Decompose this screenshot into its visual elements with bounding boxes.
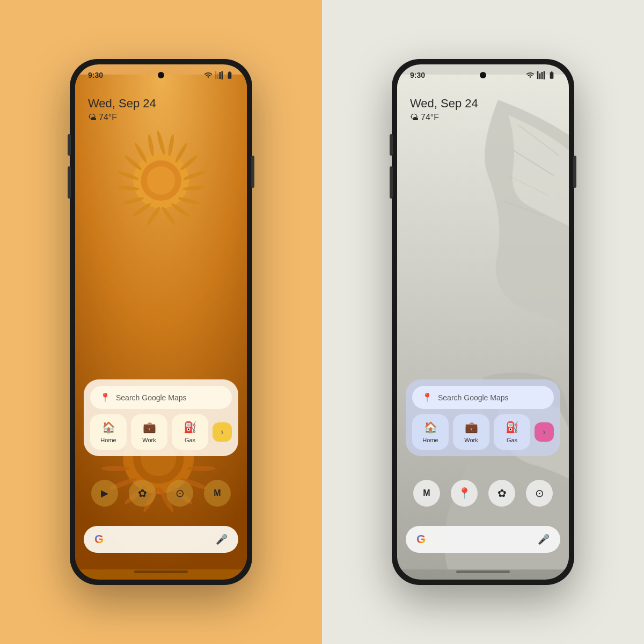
status-icons-cool bbox=[526, 71, 556, 79]
weather-warm: 🌤 74°F bbox=[88, 113, 234, 122]
maps-widget-cool: 📍 Search Google Maps 🏠 Home 💼 Work ⛽ Gas bbox=[406, 379, 560, 456]
maps-search-text-cool: Search Google Maps bbox=[438, 393, 509, 402]
svg-point-34 bbox=[101, 466, 130, 471]
work-label-warm: Work bbox=[142, 437, 156, 443]
volume-up-button-cool bbox=[390, 134, 393, 156]
power-button bbox=[251, 156, 254, 188]
battery-icon-warm bbox=[225, 71, 234, 79]
home-indicator-warm bbox=[134, 570, 188, 573]
maps-pin-icon-warm: 📍 bbox=[100, 392, 111, 402]
volume-down-button-cool bbox=[390, 166, 393, 199]
dest-work-cool[interactable]: 💼 Work bbox=[453, 414, 489, 450]
status-time-warm: 9:30 bbox=[88, 71, 103, 79]
mic-icon-cool[interactable]: 🎤 bbox=[538, 533, 550, 545]
phone-screen-warm: 9:30 Wed, Sep 24 🌤 74°F 📍 Se bbox=[75, 64, 247, 580]
phone-screen-cool: 9:30 Wed, Sep 24 🌤 74°F 📍 Se bbox=[397, 64, 569, 580]
signal-icon-cool bbox=[537, 71, 545, 79]
status-icons-warm bbox=[204, 71, 234, 79]
home-label-cool: Home bbox=[422, 437, 438, 443]
temperature-warm: 74°F bbox=[99, 113, 117, 122]
youtube-icon-warm[interactable]: ▶ bbox=[91, 480, 118, 507]
pinwheel-icon-cool[interactable]: ✿ bbox=[488, 480, 515, 507]
dest-work-warm[interactable]: 💼 Work bbox=[131, 414, 167, 450]
camera-notch-cool bbox=[480, 72, 486, 78]
date-text-warm: Wed, Sep 24 bbox=[88, 97, 234, 111]
home-indicator-cool bbox=[456, 570, 510, 573]
weather-icon-cool: 🌤 bbox=[410, 113, 419, 122]
google-bar-warm[interactable]: G 🎤 bbox=[84, 526, 238, 553]
volume-up-button bbox=[68, 134, 71, 156]
background-left: 9:30 Wed, Sep 24 🌤 74°F 📍 Se bbox=[0, 0, 322, 644]
wifi-icon-cool bbox=[526, 71, 535, 79]
signal-icon-warm bbox=[204, 71, 213, 79]
weather-cool: 🌤 74°F bbox=[410, 113, 556, 122]
gas-icon-cool: ⛽ bbox=[506, 421, 519, 434]
quick-dest-warm: 🏠 Home 💼 Work ⛽ Gas › bbox=[90, 414, 232, 450]
mic-icon-warm[interactable]: 🎤 bbox=[216, 533, 228, 545]
phone-warm: 9:30 Wed, Sep 24 🌤 74°F 📍 Se bbox=[70, 59, 252, 585]
maps-icon-cool[interactable]: 📍 bbox=[451, 480, 478, 507]
chrome-icon-cool[interactable]: ⊙ bbox=[526, 480, 553, 507]
chrome-icon-warm[interactable]: ⊙ bbox=[166, 480, 193, 507]
maps-pin-icon-cool: 📍 bbox=[422, 392, 433, 402]
gas-label-cool: Gas bbox=[507, 437, 517, 443]
dest-home-cool[interactable]: 🏠 Home bbox=[412, 414, 449, 450]
maps-widget-warm: 📍 Search Google Maps 🏠 Home 💼 Work ⛽ Gas bbox=[84, 379, 238, 456]
pinwheel-icon-warm[interactable]: ✿ bbox=[129, 480, 156, 507]
home-label-warm: Home bbox=[100, 437, 116, 443]
app-dock-warm: ▶ ✿ ⊙ M bbox=[75, 480, 247, 515]
gmail-icon-cool[interactable]: M bbox=[413, 480, 440, 507]
phone-cool: 9:30 Wed, Sep 24 🌤 74°F 📍 Se bbox=[392, 59, 574, 585]
status-time-cool: 9:30 bbox=[410, 71, 425, 79]
maps-search-text-warm: Search Google Maps bbox=[116, 393, 187, 402]
dest-arrow-warm[interactable]: › bbox=[213, 422, 232, 442]
background-right: 9:30 Wed, Sep 24 🌤 74°F 📍 Se bbox=[322, 0, 644, 644]
work-icon-warm: 💼 bbox=[143, 421, 156, 434]
dest-gas-cool[interactable]: ⛽ Gas bbox=[494, 414, 530, 450]
date-weather-warm: Wed, Sep 24 🌤 74°F bbox=[75, 88, 247, 127]
volume-down-button bbox=[68, 166, 71, 199]
gas-icon-warm: ⛽ bbox=[184, 421, 197, 434]
maps-search-bar-cool[interactable]: 📍 Search Google Maps bbox=[412, 386, 554, 409]
battery-icon-cool bbox=[547, 71, 556, 79]
signal-bars-warm bbox=[215, 71, 223, 79]
svg-point-27 bbox=[187, 466, 216, 471]
google-logo-cool: G bbox=[416, 532, 426, 546]
home-icon-warm: 🏠 bbox=[102, 421, 115, 434]
quick-dest-cool: 🏠 Home 💼 Work ⛽ Gas › bbox=[412, 414, 554, 450]
date-text-cool: Wed, Sep 24 bbox=[410, 97, 556, 111]
google-logo-warm: G bbox=[94, 532, 104, 546]
google-bar-cool[interactable]: G 🎤 bbox=[406, 526, 560, 553]
gmail-icon-warm[interactable]: M bbox=[204, 480, 231, 507]
svg-point-20 bbox=[147, 166, 175, 195]
home-icon-cool: 🏠 bbox=[424, 421, 437, 434]
app-dock-cool: M 📍 ✿ ⊙ bbox=[397, 480, 569, 515]
dest-arrow-cool[interactable]: › bbox=[535, 422, 554, 442]
weather-icon-warm: 🌤 bbox=[88, 113, 97, 122]
maps-search-bar-warm[interactable]: 📍 Search Google Maps bbox=[90, 386, 232, 409]
work-icon-cool: 💼 bbox=[465, 421, 478, 434]
dest-home-warm[interactable]: 🏠 Home bbox=[90, 414, 127, 450]
dest-gas-warm[interactable]: ⛽ Gas bbox=[172, 414, 208, 450]
temperature-cool: 74°F bbox=[421, 113, 439, 122]
camera-notch-warm bbox=[158, 72, 164, 78]
gas-label-warm: Gas bbox=[185, 437, 195, 443]
date-weather-cool: Wed, Sep 24 🌤 74°F bbox=[397, 88, 569, 127]
power-button-cool bbox=[573, 156, 576, 188]
work-label-cool: Work bbox=[464, 437, 478, 443]
